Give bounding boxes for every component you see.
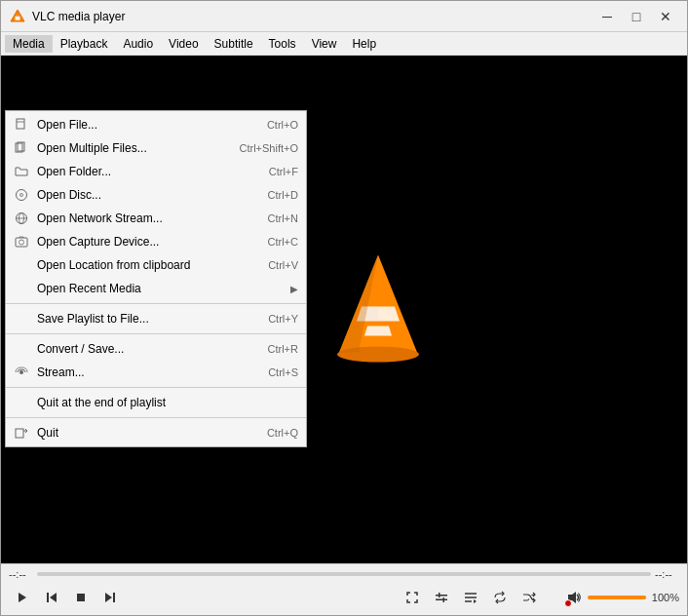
playlist-button[interactable] <box>457 584 484 611</box>
open-recent-arrow: ▶ <box>290 284 298 294</box>
svg-rect-31 <box>436 595 447 597</box>
controls-bar: --:-- --:-- <box>1 563 687 615</box>
svg-rect-26 <box>47 593 49 602</box>
convert-label: Convert / Save... <box>37 342 260 356</box>
quit-end-icon <box>14 395 29 410</box>
svg-rect-29 <box>113 593 115 602</box>
menu-item-open-network[interactable]: Open Network Stream... Ctrl+N <box>6 207 306 230</box>
svg-marker-38 <box>474 599 477 603</box>
open-disc-icon <box>14 187 29 203</box>
app-icon <box>9 8 26 25</box>
minimize-button[interactable]: ─ <box>593 6 621 27</box>
menu-help[interactable]: Help <box>344 35 384 53</box>
seek-time-start: --:-- <box>9 568 33 580</box>
close-button[interactable]: ✕ <box>652 6 679 27</box>
dropdown-menu-container: Open File... Ctrl+O Open Multiple Files.… <box>5 110 307 447</box>
open-multiple-label: Open Multiple Files... <box>37 141 231 155</box>
menu-playback[interactable]: Playback <box>53 35 116 53</box>
media-dropdown: Open File... Ctrl+O Open Multiple Files.… <box>5 110 307 447</box>
open-disc-label: Open Disc... <box>37 188 260 202</box>
svg-marker-30 <box>105 593 112 602</box>
svg-point-20 <box>19 240 24 245</box>
loop-button[interactable] <box>486 584 514 611</box>
svg-rect-32 <box>436 599 447 601</box>
open-recent-label: Open Recent Media <box>37 282 283 295</box>
title-bar: VLC media player ─ □ ✕ <box>1 1 687 32</box>
menu-view[interactable]: View <box>304 35 345 53</box>
svg-rect-34 <box>442 597 444 602</box>
menu-subtitle[interactable]: Subtitle <box>207 35 261 53</box>
svg-marker-25 <box>19 593 26 602</box>
svg-rect-28 <box>77 594 85 601</box>
menu-item-open-location[interactable]: Open Location from clipboard Ctrl+V <box>6 253 306 277</box>
open-network-shortcut: Ctrl+N <box>268 212 298 224</box>
quit-shortcut: Ctrl+Q <box>267 427 298 439</box>
stop-button[interactable] <box>67 584 95 611</box>
svg-rect-1 <box>16 17 20 20</box>
open-location-label: Open Location from clipboard <box>37 258 260 272</box>
stream-shortcut: Ctrl+S <box>268 366 298 378</box>
extended-button[interactable] <box>428 584 455 611</box>
open-capture-icon <box>14 234 29 250</box>
main-window: VLC media player ─ □ ✕ Media Playback Au… <box>0 0 688 616</box>
next-button[interactable] <box>96 584 124 611</box>
quit-end-label: Quit at the end of playlist <box>37 396 290 409</box>
svg-point-15 <box>20 194 23 197</box>
menu-item-open-multiple[interactable]: Open Multiple Files... Ctrl+Shift+O <box>6 136 306 160</box>
window-controls: ─ □ ✕ <box>593 6 679 27</box>
svg-rect-10 <box>17 119 24 129</box>
open-file-icon <box>14 117 29 133</box>
volume-slider[interactable] <box>588 596 646 599</box>
open-file-shortcut: Ctrl+O <box>267 119 298 131</box>
quit-icon <box>14 425 29 441</box>
shuffle-button[interactable] <box>516 584 543 611</box>
menu-item-stream[interactable]: Stream... Ctrl+S <box>6 361 306 384</box>
menu-item-convert[interactable]: Convert / Save... Ctrl+R <box>6 337 306 361</box>
seek-bar[interactable] <box>37 572 651 576</box>
menu-item-save-playlist[interactable]: Save Playlist to File... Ctrl+Y <box>6 307 306 330</box>
volume-error-badge <box>564 599 572 607</box>
open-capture-label: Open Capture Device... <box>37 235 260 249</box>
menu-item-quit-end[interactable]: Quit at the end of playlist <box>6 391 306 414</box>
svg-point-14 <box>17 190 27 201</box>
volume-area <box>566 590 582 605</box>
menu-item-open-recent[interactable]: Open Recent Media ▶ <box>6 277 306 300</box>
open-folder-icon <box>14 164 29 179</box>
menu-item-open-folder[interactable]: Open Folder... Ctrl+F <box>6 160 306 183</box>
save-playlist-shortcut: Ctrl+Y <box>268 313 298 325</box>
menu-bar: Media Playback Audio Video Subtitle Tool… <box>1 32 687 56</box>
fullscreen-button[interactable] <box>399 584 426 611</box>
open-location-icon <box>14 257 29 273</box>
maximize-button[interactable]: □ <box>623 6 650 27</box>
seek-bar-row: --:-- --:-- <box>9 568 679 580</box>
svg-rect-19 <box>16 238 27 247</box>
play-button[interactable] <box>9 584 36 611</box>
volume-label: 100% <box>652 592 679 603</box>
open-file-label: Open File... <box>37 118 259 132</box>
menu-item-open-file[interactable]: Open File... Ctrl+O <box>6 113 306 136</box>
open-recent-icon <box>14 281 29 296</box>
open-network-label: Open Network Stream... <box>37 212 260 225</box>
menu-item-quit[interactable]: Quit Ctrl+Q <box>6 421 306 444</box>
separator-2 <box>6 333 306 334</box>
save-playlist-label: Save Playlist to File... <box>37 312 260 326</box>
open-folder-label: Open Folder... <box>37 165 261 178</box>
open-disc-shortcut: Ctrl+D <box>268 189 298 201</box>
menu-item-open-capture[interactable]: Open Capture Device... Ctrl+C <box>6 230 306 253</box>
window-title: VLC media player <box>32 10 593 23</box>
open-folder-shortcut: Ctrl+F <box>269 166 298 177</box>
menu-video[interactable]: Video <box>161 35 206 53</box>
open-multiple-shortcut: Ctrl+Shift+O <box>239 142 298 154</box>
vlc-cone <box>329 250 427 369</box>
separator-1 <box>6 303 306 304</box>
quit-label: Quit <box>37 426 259 440</box>
menu-item-open-disc[interactable]: Open Disc... Ctrl+D <box>6 183 306 207</box>
open-capture-shortcut: Ctrl+C <box>268 236 298 248</box>
svg-point-21 <box>19 370 23 374</box>
menu-audio[interactable]: Audio <box>115 35 161 53</box>
prev-button[interactable] <box>38 584 65 611</box>
menu-tools[interactable]: Tools <box>261 35 304 53</box>
separator-3 <box>6 387 306 388</box>
seek-time-end: --:-- <box>655 568 679 580</box>
menu-media[interactable]: Media <box>5 35 53 53</box>
